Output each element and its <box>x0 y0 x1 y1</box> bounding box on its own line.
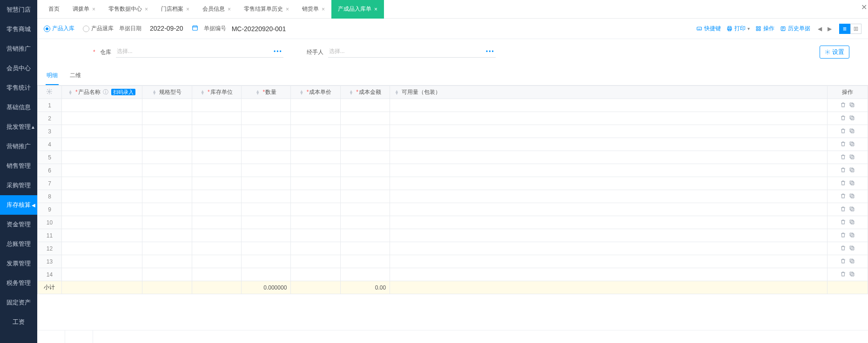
col-price[interactable]: ▲▼ *成本单价 <box>291 86 340 99</box>
table-row[interactable]: 2 <box>38 112 868 125</box>
tab[interactable]: 首页 <box>42 0 66 19</box>
cell-name[interactable] <box>61 203 142 216</box>
cell-amount[interactable] <box>340 216 390 229</box>
cell-unit[interactable] <box>192 203 241 216</box>
close-icon[interactable]: × <box>92 6 95 13</box>
table-row[interactable]: 1 <box>38 99 868 112</box>
sidebar-item[interactable]: 会员中心 <box>0 59 37 78</box>
table-row[interactable]: 3 <box>38 125 868 138</box>
cell-amount[interactable] <box>340 151 390 164</box>
view-card-button[interactable] <box>850 24 861 34</box>
cell-spec[interactable] <box>142 229 192 242</box>
cell-name[interactable] <box>61 268 142 281</box>
settings-button[interactable]: 设置 <box>820 46 849 59</box>
ops-button[interactable]: 操作 <box>755 25 774 33</box>
cell-price[interactable] <box>291 125 340 138</box>
sidebar-item[interactable]: 总账管理 <box>0 234 37 254</box>
table-row[interactable]: 10 <box>38 216 868 229</box>
cell-price[interactable] <box>291 151 340 164</box>
cell-amount[interactable] <box>340 164 390 177</box>
tab[interactable]: 零售数据中心× <box>102 0 155 19</box>
close-all-icon[interactable]: ✕ <box>861 3 867 12</box>
cell-unit[interactable] <box>192 112 241 125</box>
cell-avail[interactable] <box>390 255 828 268</box>
sidebar-item[interactable]: 零售商城 <box>0 20 37 39</box>
cell-name[interactable] <box>61 151 142 164</box>
cell-spec[interactable] <box>142 151 192 164</box>
close-icon[interactable]: × <box>374 6 377 13</box>
cell-unit[interactable] <box>192 242 241 255</box>
cell-price[interactable] <box>291 229 340 242</box>
help-icon[interactable]: ⓘ <box>103 89 108 95</box>
table-row[interactable]: 14 <box>38 268 868 281</box>
date-value[interactable]: 2022-09-20 <box>147 25 186 33</box>
cell-qty[interactable] <box>241 151 290 164</box>
cell-avail[interactable] <box>390 268 828 281</box>
cell-qty[interactable] <box>241 138 290 151</box>
sidebar-item[interactable]: 工资 <box>0 312 37 332</box>
cell-unit[interactable] <box>192 255 241 268</box>
subtab-2d[interactable]: 二维 <box>69 67 82 85</box>
cell-qty[interactable] <box>241 177 290 190</box>
cell-spec[interactable] <box>142 125 192 138</box>
cell-name[interactable] <box>61 242 142 255</box>
sidebar-item[interactable]: 零售统计 <box>0 78 37 98</box>
cell-name[interactable] <box>61 177 142 190</box>
col-available[interactable]: ▲▼ 可用量（包装） <box>390 86 828 99</box>
copy-row-icon[interactable] <box>849 129 855 135</box>
tab[interactable]: 调拨单× <box>66 0 102 19</box>
copy-row-icon[interactable] <box>849 103 855 109</box>
cell-qty[interactable] <box>241 125 290 138</box>
cell-price[interactable] <box>291 268 340 281</box>
cell-unit[interactable] <box>192 216 241 229</box>
copy-row-icon[interactable] <box>849 259 855 265</box>
cell-qty[interactable] <box>241 112 290 125</box>
shortcut-button[interactable]: 快捷键 <box>696 25 721 33</box>
scan-badge[interactable]: 扫码录入 <box>111 89 135 95</box>
cell-price[interactable] <box>291 242 340 255</box>
cell-unit[interactable] <box>192 151 241 164</box>
cell-qty[interactable] <box>241 229 290 242</box>
table-row[interactable]: 11 <box>38 229 868 242</box>
cell-amount[interactable] <box>340 99 390 112</box>
cell-avail[interactable] <box>390 164 828 177</box>
table-row[interactable]: 13 <box>38 255 868 268</box>
col-spec[interactable]: ▲▼ 规格型号 <box>142 86 192 99</box>
tab[interactable]: 会员信息× <box>196 0 237 19</box>
cell-price[interactable] <box>291 177 340 190</box>
cell-price[interactable] <box>291 138 340 151</box>
cell-avail[interactable] <box>390 112 828 125</box>
tab[interactable]: 零售结算单历史× <box>237 0 296 19</box>
copy-row-icon[interactable] <box>849 142 855 148</box>
cell-avail[interactable] <box>390 242 828 255</box>
close-icon[interactable]: × <box>228 6 231 13</box>
cell-name[interactable] <box>61 229 142 242</box>
cell-spec[interactable] <box>142 99 192 112</box>
history-button[interactable]: 历史单据 <box>780 25 810 33</box>
copy-row-icon[interactable] <box>849 194 855 200</box>
cell-qty[interactable] <box>241 99 290 112</box>
col-product-name[interactable]: ▲▼ *产品名称 ⓘ 扫码录入 <box>61 86 142 99</box>
cell-qty[interactable] <box>241 268 290 281</box>
cell-unit[interactable] <box>192 177 241 190</box>
sidebar-item[interactable]: 资金管理 <box>0 215 37 234</box>
close-icon[interactable]: × <box>286 6 289 13</box>
table-row[interactable]: 12 <box>38 242 868 255</box>
cell-price[interactable] <box>291 216 340 229</box>
cell-amount[interactable] <box>340 125 390 138</box>
delete-row-icon[interactable] <box>840 116 846 122</box>
cell-price[interactable] <box>291 255 340 268</box>
cell-avail[interactable] <box>390 203 828 216</box>
print-button[interactable]: 打印 ▾ <box>727 25 750 33</box>
table-row[interactable]: 4 <box>38 138 868 151</box>
sidebar-item[interactable]: 发票管理 <box>0 254 37 273</box>
cell-unit[interactable] <box>192 229 241 242</box>
cell-spec[interactable] <box>142 268 192 281</box>
prev-doc-icon[interactable]: ◀ <box>816 25 824 33</box>
cell-qty[interactable] <box>241 255 290 268</box>
cell-qty[interactable] <box>241 164 290 177</box>
cell-unit[interactable] <box>192 138 241 151</box>
sidebar-item[interactable]: 固定资产 <box>0 293 37 312</box>
sidebar-item[interactable]: 采购管理 <box>0 176 37 195</box>
close-icon[interactable]: × <box>322 6 325 13</box>
